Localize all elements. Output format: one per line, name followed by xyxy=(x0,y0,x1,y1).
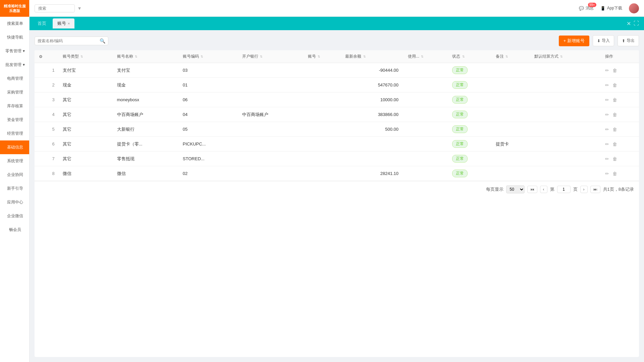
col-remark[interactable]: 备注 ⇅ xyxy=(493,50,532,63)
col-usage[interactable]: 使用... ⇅ xyxy=(405,50,449,63)
sidebar-item-quick-nav[interactable]: 快捷导航 xyxy=(0,31,29,44)
edit-icon[interactable]: ✏ xyxy=(605,68,609,73)
sidebar-item-new-guide[interactable]: 新手引导 xyxy=(0,182,29,195)
sidebar-item-purchase-mgmt[interactable]: 采购管理 xyxy=(0,85,29,99)
col-settings[interactable]: ⚙ xyxy=(35,50,47,63)
import-icon: ⬇ xyxy=(597,39,600,43)
last-page-button[interactable]: ⏭ xyxy=(590,186,600,193)
maximize-icon[interactable]: ⛶ xyxy=(634,20,639,26)
page-input[interactable] xyxy=(557,186,571,193)
col-code[interactable]: 账号编码 ⇅ xyxy=(180,50,239,63)
sidebar-item-app-center[interactable]: 应用中心 xyxy=(0,195,29,209)
delete-icon[interactable]: 🗑 xyxy=(612,127,617,132)
row-balance: 10000.00 xyxy=(342,93,405,107)
row-bank xyxy=(239,122,305,137)
topbar-search-input[interactable] xyxy=(35,4,75,12)
row-status: 正常 xyxy=(449,93,493,107)
row-actions: ✏ 🗑 xyxy=(602,152,639,166)
col-bank[interactable]: 开户银行 ⇅ xyxy=(239,50,305,63)
export-button[interactable]: ⬆ 导出 xyxy=(618,35,639,46)
row-status: 正常 xyxy=(449,107,493,122)
row-default-payment xyxy=(532,166,603,181)
sidebar-item-wholesale-mgmt[interactable]: 批发管理 ▾ xyxy=(0,58,29,72)
add-account-button[interactable]: + 新增账号 xyxy=(559,36,589,46)
table-row: 2 现金 现金 01 547670.00 正常 ✏ 🗑 xyxy=(35,78,639,93)
edit-icon[interactable]: ✏ xyxy=(605,141,609,147)
row-default-payment xyxy=(532,152,603,166)
edit-icon[interactable]: ✏ xyxy=(605,97,609,103)
sidebar-item-retail-mgmt[interactable]: 零售管理 ▾ xyxy=(0,44,29,58)
minimize-icon[interactable]: ✕ xyxy=(627,20,631,27)
row-bank xyxy=(239,63,305,78)
row-type: 现金 xyxy=(60,78,114,93)
sidebar-item-system-mgmt[interactable]: 系统管理 xyxy=(0,154,29,168)
table-header-row: ⚙ 账号类型 ⇅ 账号名称 ⇅ 账号编码 ⇅ 开户银行 ⇅ 账号 ⇅ 最新余额 … xyxy=(35,50,639,63)
col-account[interactable]: 账号 ⇅ xyxy=(305,50,342,63)
page-suffix: 页 xyxy=(573,186,578,192)
tabbar: 首页 账号 × ✕ ⛶ xyxy=(30,17,644,30)
col-type[interactable]: 账号类型 ⇅ xyxy=(60,50,114,63)
col-name[interactable]: 账号名称 ⇅ xyxy=(114,50,180,63)
sidebar-item-inventory-check[interactable]: 库存核算 xyxy=(0,99,29,113)
row-code: STORED... xyxy=(180,152,239,166)
tab-accounts[interactable]: 账号 × xyxy=(53,18,74,28)
delete-icon[interactable]: 🗑 xyxy=(612,97,617,103)
row-default-payment xyxy=(532,107,603,122)
sidebar-item-search-menu[interactable]: 搜索菜单 xyxy=(0,17,29,31)
row-balance: 383866.00 xyxy=(342,107,405,122)
edit-icon[interactable]: ✏ xyxy=(605,171,609,176)
row-actions: ✏ 🗑 xyxy=(602,107,639,122)
sidebar-item-ecommerce-mgmt[interactable]: 电商管理 xyxy=(0,72,29,85)
app-download-button[interactable]: 📱 App下载 xyxy=(600,5,622,11)
delete-icon[interactable]: 🗑 xyxy=(612,141,617,147)
edit-icon[interactable]: ✏ xyxy=(605,127,609,132)
search-input[interactable] xyxy=(38,39,100,43)
edit-icon[interactable]: ✏ xyxy=(605,112,609,117)
delete-icon[interactable]: 🗑 xyxy=(612,156,617,162)
row-settings-cell xyxy=(35,152,47,166)
row-balance: -90444.00 xyxy=(342,63,405,78)
row-default-payment xyxy=(532,137,603,152)
message-icon: 💬 xyxy=(579,6,584,11)
topbar-dropdown-icon[interactable]: ▾ xyxy=(78,5,81,11)
import-button[interactable]: ⬇ 导入 xyxy=(593,35,614,46)
row-balance: 500.00 xyxy=(342,122,405,137)
row-account xyxy=(305,152,342,166)
tab-window-controls: ✕ ⛶ xyxy=(627,20,641,27)
table-row: 3 其它 moneybosx 06 10000.00 正常 ✏ 🗑 xyxy=(35,93,639,107)
sidebar-item-basic-info[interactable]: 基础信息 xyxy=(0,140,29,154)
message-button[interactable]: 💬 消息 99+ xyxy=(579,5,594,11)
col-default-payment[interactable]: 默认结算方式 ⇅ xyxy=(532,50,603,63)
row-name: 微信 xyxy=(114,166,180,181)
sidebar-item-vip-member[interactable]: 畅会员 xyxy=(0,223,29,237)
tab-accounts-close[interactable]: × xyxy=(68,21,70,25)
avatar[interactable] xyxy=(629,3,639,13)
export-icon: ⬆ xyxy=(622,39,625,43)
message-badge: 99+ xyxy=(588,3,596,7)
delete-icon[interactable]: 🗑 xyxy=(612,82,617,88)
col-balance[interactable]: 最新余额 ⇅ xyxy=(342,50,405,63)
topbar-left: ▾ xyxy=(35,4,81,12)
delete-icon[interactable]: 🗑 xyxy=(612,68,617,73)
topbar: ▾ 💬 消息 99+ 📱 App下载 xyxy=(30,0,644,17)
prev-page-button[interactable]: ‹ xyxy=(540,186,547,193)
delete-icon[interactable]: 🗑 xyxy=(612,112,617,117)
sidebar-item-finance-mgmt[interactable]: 资金管理 xyxy=(0,113,29,127)
delete-icon[interactable]: 🗑 xyxy=(612,171,617,176)
row-status: 正常 xyxy=(449,78,493,93)
topbar-right: 💬 消息 99+ 📱 App下载 xyxy=(579,3,639,13)
main-area: ▾ 💬 消息 99+ 📱 App下载 首页 账号 × ✕ ⛶ xyxy=(30,0,644,362)
row-balance: 547670.00 xyxy=(342,78,405,93)
row-settings-cell xyxy=(35,122,47,137)
tab-home[interactable]: 首页 xyxy=(33,18,51,28)
sidebar-item-ops-mgmt[interactable]: 经营管理 xyxy=(0,127,29,140)
col-status[interactable]: 状态 ⇅ xyxy=(449,50,493,63)
edit-icon[interactable]: ✏ xyxy=(605,156,609,162)
edit-icon[interactable]: ✏ xyxy=(605,82,609,88)
sidebar-item-corp-wechat[interactable]: 企业微信 xyxy=(0,209,29,223)
tab-home-label: 首页 xyxy=(38,20,46,26)
page-size-select[interactable]: 50 20 100 xyxy=(506,185,525,193)
sidebar-item-corp-agreement[interactable]: 企业协同 xyxy=(0,168,29,182)
first-page-button[interactable]: ⏮ xyxy=(527,186,537,193)
next-page-button[interactable]: › xyxy=(580,186,588,193)
